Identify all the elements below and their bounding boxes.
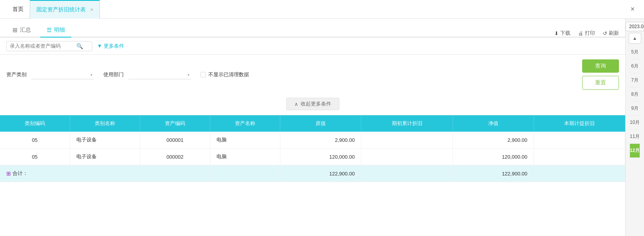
cell-asset-code: 000001	[140, 132, 210, 148]
total-current-dep	[534, 165, 625, 182]
month-item[interactable]: 10月	[630, 116, 640, 130]
collapse-button[interactable]: ∧ 收起更多条件	[286, 98, 339, 110]
cell-asset-name: 电脑	[210, 132, 280, 148]
tab-summary[interactable]: ⊞ 汇总	[6, 23, 37, 38]
sidebar-date[interactable]: 2023.01	[626, 22, 644, 31]
cell-original-value: 120,000.00	[280, 148, 361, 165]
col-header-asset-name: 资产名称	[210, 115, 280, 132]
table-row: 05 电子设备 000001 电脑 2,900.00 2,900.00	[0, 132, 625, 148]
col-header-category-name: 类别名称	[70, 115, 140, 132]
total-accumulated-dep	[361, 165, 453, 182]
col-header-current-dep: 本期计提折旧	[534, 115, 625, 132]
search-input[interactable]	[10, 43, 76, 49]
cell-category-name: 电子设备	[70, 132, 140, 148]
col-header-original-value: 原值	[280, 115, 361, 132]
asset-category-label: 资产类别	[6, 71, 28, 78]
month-item[interactable]: 11月	[630, 130, 640, 144]
refresh-icon: ↺	[603, 30, 607, 36]
filter-label: 更多条件	[104, 43, 124, 50]
search-wrapper: 🔍	[6, 41, 92, 51]
print-label: 打印	[585, 30, 595, 37]
filter-row-1: 资产类别 ▾ 使用部门 ▾	[6, 59, 619, 90]
month-list: 5月6月7月8月9月10月11月12月	[630, 45, 640, 158]
total-original-value: 122,900.00	[280, 165, 361, 182]
search-toolbar: 🔍 ▼ 更多条件	[0, 38, 625, 55]
refresh-label: 刷新	[609, 30, 619, 37]
detail-icon: ☰	[47, 27, 52, 34]
download-button[interactable]: ⬇ 下载	[554, 30, 570, 37]
tab-bar: ⊞ 汇总 ☰ 明细 ⬇ 下载 🖨 打印 ↺ 刷新	[0, 19, 625, 38]
summary-icon: ⊞	[13, 27, 18, 34]
close-tab-button[interactable]: ×	[90, 7, 93, 13]
up-arrow-icon: ▲	[633, 36, 637, 41]
cell-asset-code: 000002	[140, 148, 210, 165]
filter-section: 资产类别 ▾ 使用部门 ▾	[0, 55, 625, 115]
hide-cleared-checkbox[interactable]	[200, 72, 206, 77]
table-container: 类别编码 类别名称 资产编码 资产名称 原值 期初累计折旧 净值 本期计提折旧 …	[0, 115, 625, 236]
month-item[interactable]: 7月	[630, 73, 640, 88]
left-panel: ⊞ 汇总 ☰ 明细 ⬇ 下载 🖨 打印 ↺ 刷新	[0, 19, 625, 236]
department-select-wrapper: ▾	[128, 70, 191, 79]
total-empty-2	[210, 165, 280, 182]
tab-detail-label: 明细	[54, 27, 65, 34]
total-empty-1	[140, 165, 210, 182]
filter-department: 使用部门 ▾	[103, 70, 191, 79]
tab-detail[interactable]: ☰ 明细	[40, 23, 71, 38]
month-item[interactable]: 6月	[630, 59, 640, 73]
cell-original-value: 2,900.00	[280, 132, 361, 148]
cell-net-value: 120,000.00	[453, 148, 534, 165]
cell-category-code: 05	[0, 148, 70, 165]
month-item[interactable]: 12月	[630, 144, 640, 158]
download-icon: ⬇	[554, 30, 559, 36]
active-tab[interactable]: 固定资产折旧统计表 ×	[30, 0, 100, 19]
total-net-value: 122,900.00	[453, 165, 534, 182]
cell-accumulated-dep	[361, 148, 453, 165]
action-buttons: 查询 重置	[582, 59, 619, 90]
month-item[interactable]: 9月	[630, 102, 640, 116]
month-item[interactable]: 5月	[630, 45, 640, 59]
asset-category-select-wrapper: ▾	[31, 70, 94, 79]
filter-button[interactable]: ▼ 更多条件	[97, 43, 124, 50]
collapse-row: ∧ 收起更多条件	[6, 95, 619, 110]
hide-cleared-checkbox-item[interactable]: 不显示已清理数据	[200, 71, 249, 78]
table-body: 05 电子设备 000001 电脑 2,900.00 2,900.00 05 电…	[0, 132, 625, 182]
total-row: ⊞ 合计： 122,900.00 122,900.00	[0, 165, 625, 182]
calc-icon: ⊞	[6, 170, 11, 177]
active-tab-label: 固定资产折旧统计表	[36, 6, 86, 13]
table-row: 05 电子设备 000002 电脑 120,000.00 120,000.00	[0, 148, 625, 165]
reset-button[interactable]: 重置	[582, 76, 619, 90]
asset-category-select[interactable]	[31, 70, 94, 79]
cell-current-dep	[534, 148, 625, 165]
search-icon: 🔍	[76, 43, 83, 49]
col-header-asset-code: 资产编码	[140, 115, 210, 132]
department-select[interactable]	[128, 70, 191, 79]
refresh-button[interactable]: ↺ 刷新	[603, 30, 619, 37]
print-icon: 🖨	[578, 30, 583, 36]
cell-accumulated-dep	[361, 132, 453, 148]
hide-cleared-label: 不显示已清理数据	[208, 71, 249, 78]
cell-category-code: 05	[0, 132, 70, 148]
cell-asset-name: 电脑	[210, 148, 280, 165]
filter-icon: ▼	[97, 43, 102, 49]
col-header-net-value: 净值	[453, 115, 534, 132]
collapse-label: 收起更多条件	[301, 100, 331, 107]
tab-summary-label: 汇总	[20, 27, 31, 34]
table-header: 类别编码 类别名称 资产编码 资产名称 原值 期初累计折旧 净值 本期计提折旧	[0, 115, 625, 132]
cell-net-value: 2,900.00	[453, 132, 534, 148]
download-label: 下载	[560, 30, 570, 37]
total-label-cell: ⊞ 合计：	[0, 165, 140, 182]
top-nav: 首页 固定资产折旧统计表 × ×	[0, 0, 644, 19]
data-table: 类别编码 类别名称 资产编码 资产名称 原值 期初累计折旧 净值 本期计提折旧 …	[0, 115, 625, 182]
month-item[interactable]: 8月	[630, 88, 640, 102]
sidebar-up-button[interactable]: ▲	[629, 33, 641, 44]
close-window-button[interactable]: ×	[627, 5, 638, 13]
right-sidebar: 2023.01 ▲ 5月6月7月8月9月10月11月12月	[625, 19, 644, 236]
print-button[interactable]: 🖨 打印	[578, 30, 595, 37]
cell-current-dep	[534, 132, 625, 148]
col-header-category-code: 类别编码	[0, 115, 70, 132]
department-label: 使用部门	[103, 71, 125, 78]
query-button[interactable]: 查询	[582, 59, 619, 73]
cell-category-name: 电子设备	[70, 148, 140, 165]
collapse-icon: ∧	[294, 101, 298, 107]
home-nav-item[interactable]: 首页	[6, 6, 30, 13]
